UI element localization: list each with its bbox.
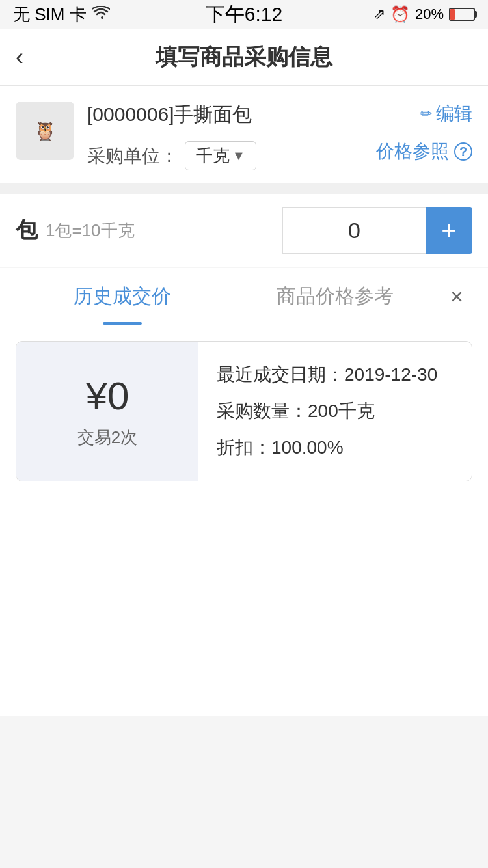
product-top: 🦉 [0000006]手撕面包 采购单位： 千克 ▼ ✏ 编辑 价格参照 [16, 102, 472, 170]
purchase-qty-value: 200千克 [308, 401, 375, 421]
recent-date-row: 最近成交日期：2019-12-30 [217, 361, 454, 388]
quantity-input-row: 0 + [282, 207, 472, 254]
product-left: 🦉 [0000006]手撕面包 采购单位： 千克 ▼ [16, 102, 256, 170]
quantity-conversion: 1包=10千克 [46, 219, 135, 242]
recent-date-value: 2019-12-30 [344, 364, 437, 385]
product-thumb-icon: 🦉 [34, 120, 57, 142]
quantity-input[interactable]: 0 [282, 207, 426, 254]
price-symbol: ¥ [86, 374, 107, 418]
alarm-icon: ⏰ [390, 5, 410, 23]
product-section: 🦉 [0000006]手撕面包 采购单位： 千克 ▼ ✏ 编辑 价格参照 [0, 86, 488, 183]
quantity-label: 包 1包=10千克 [16, 215, 135, 245]
status-bar: 无 SIM 卡 下午6:12 ⇗ ⏰ 20% [0, 0, 488, 29]
unit-arrow-icon: ▼ [232, 148, 245, 163]
product-thumbnail: 🦉 [16, 102, 74, 160]
back-button[interactable]: ‹ [16, 44, 23, 71]
tab-product-price[interactable]: 商品价格参考 [228, 268, 441, 325]
tab-close-button[interactable]: × [441, 281, 472, 312]
price-ref-button[interactable]: 价格参照 ? [376, 139, 472, 164]
discount-value: 100.00% [271, 437, 344, 457]
tabs-section: 历史成交价 商品价格参考 × ¥0 交易2次 最近成交日期：2019-12-30 [0, 268, 488, 716]
edit-icon: ✏ [420, 105, 432, 122]
product-unit-row: 采购单位： 千克 ▼ [87, 141, 256, 170]
price-ref-label: 价格参照 [376, 139, 449, 164]
quantity-value: 0 [348, 218, 360, 243]
discount-row: 折扣：100.00% [217, 434, 454, 461]
location-icon: ⇗ [373, 6, 385, 23]
price-amount-value: 0 [107, 374, 129, 418]
tab-active-indicator [103, 322, 142, 325]
price-card-right: 最近成交日期：2019-12-30 采购数量：200千克 折扣：100.00% [198, 342, 472, 481]
tab-product-label: 商品价格参考 [277, 283, 394, 310]
section-divider [0, 183, 488, 194]
price-card-container: ¥0 交易2次 最近成交日期：2019-12-30 采购数量：200千克 折扣：… [0, 325, 488, 497]
purchase-qty-row: 采购数量：200千克 [217, 398, 454, 425]
carrier-label: 无 SIM 卡 [13, 3, 87, 26]
tabs-header: 历史成交价 商品价格参考 × [0, 268, 488, 325]
nav-bar: ‹ 填写商品采购信息 [0, 29, 488, 86]
page-title: 填写商品采购信息 [156, 42, 332, 72]
price-ref-icon: ? [454, 142, 472, 161]
edit-button[interactable]: ✏ 编辑 [420, 102, 472, 126]
tab-history-price[interactable]: 历史成交价 [16, 268, 228, 325]
unit-value: 千克 [196, 144, 230, 167]
product-name: [0000006]手撕面包 [87, 102, 256, 128]
purchase-qty-label: 采购数量： [217, 401, 308, 421]
quantity-unit: 包 [16, 215, 38, 245]
product-info: [0000006]手撕面包 采购单位： 千克 ▼ [87, 102, 256, 170]
product-right-col: ✏ 编辑 价格参照 ? [376, 102, 472, 164]
quantity-plus-button[interactable]: + [426, 207, 472, 254]
unit-select[interactable]: 千克 ▼ [185, 141, 256, 170]
status-left: 无 SIM 卡 [13, 3, 110, 26]
battery-pct: 20% [415, 6, 444, 23]
unit-label: 采购单位： [87, 144, 178, 169]
status-time: 下午6:12 [206, 1, 282, 28]
quantity-section: 包 1包=10千克 0 + [0, 194, 488, 267]
battery-icon [449, 8, 475, 21]
price-card-left: ¥0 交易2次 [16, 342, 198, 481]
tab-history-label: 历史成交价 [74, 283, 171, 310]
price-display: ¥0 [86, 373, 129, 418]
discount-label: 折扣： [217, 437, 271, 457]
recent-date-label: 最近成交日期： [217, 364, 344, 385]
tab-content: ¥0 交易2次 最近成交日期：2019-12-30 采购数量：200千克 折扣：… [0, 325, 488, 716]
trade-count: 交易2次 [77, 426, 137, 449]
edit-label: 编辑 [436, 102, 472, 126]
price-card: ¥0 交易2次 最近成交日期：2019-12-30 采购数量：200千克 折扣：… [16, 341, 472, 481]
status-right: ⇗ ⏰ 20% [373, 5, 475, 23]
wifi-icon [92, 5, 110, 25]
